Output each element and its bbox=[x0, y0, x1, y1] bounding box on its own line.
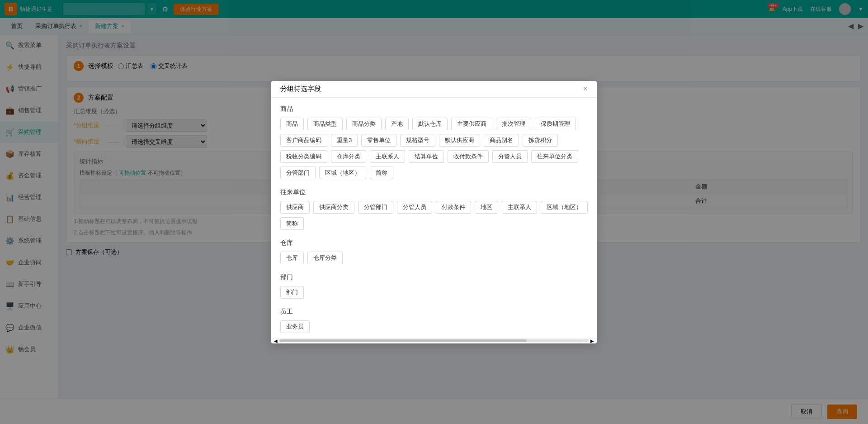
chip-payment-condition[interactable]: 付款条件 bbox=[436, 201, 471, 214]
chip-supplier[interactable]: 供应商 bbox=[280, 201, 310, 214]
chip-retail-unit[interactable]: 零售单位 bbox=[361, 134, 396, 147]
modal-overlay[interactable]: 分组待选字段 × 商品 商品 商品类型 商品分类 产地 默认仓库 主要供应商 批… bbox=[0, 0, 868, 424]
field-chips-partner: 供应商 供应商分类 分管部门 分管人员 付款条件 地区 主联系人 区域（地区） … bbox=[280, 201, 588, 230]
scroll-right-arrow[interactable]: ▶ bbox=[589, 338, 596, 343]
scroll-track bbox=[279, 339, 589, 342]
chip-pick-points[interactable]: 拣货积分 bbox=[523, 134, 558, 147]
field-group-partner: 往来单位 供应商 供应商分类 分管部门 分管人员 付款条件 地区 主联系人 区域… bbox=[280, 188, 588, 230]
chip-area[interactable]: 地区 bbox=[475, 201, 498, 214]
chip-warehouse-category[interactable]: 仓库分类 bbox=[331, 150, 366, 163]
modal-body: 商品 商品 商品类型 商品分类 产地 默认仓库 主要供应商 批次管理 保质期管理… bbox=[271, 98, 597, 338]
chip-region-partner[interactable]: 区域（地区） bbox=[541, 201, 588, 214]
field-group-employee: 员工 业务员 bbox=[280, 308, 588, 333]
field-group-employee-title: 员工 bbox=[280, 308, 588, 316]
chip-warehouse[interactable]: 仓库 bbox=[280, 252, 304, 264]
chip-tax-code[interactable]: 税收分类编码 bbox=[280, 150, 327, 163]
chip-partner-category[interactable]: 往来单位分类 bbox=[531, 150, 578, 163]
chip-warehouse-cat[interactable]: 仓库分类 bbox=[307, 252, 343, 264]
field-group-product-title: 商品 bbox=[280, 105, 588, 113]
chip-expiry-mgmt[interactable]: 保质期管理 bbox=[535, 118, 576, 130]
chip-dept-in-charge[interactable]: 分管部门 bbox=[280, 167, 316, 179]
chip-responsible-person[interactable]: 分管人员 bbox=[492, 150, 528, 163]
chip-spec-model[interactable]: 规格型号 bbox=[400, 134, 435, 147]
chip-batch-mgmt[interactable]: 批次管理 bbox=[496, 118, 531, 130]
modal-title: 分组待选字段 bbox=[280, 85, 321, 93]
chip-customer-product-code[interactable]: 客户商品编码 bbox=[280, 134, 327, 147]
field-group-product: 商品 商品 商品类型 商品分类 产地 默认仓库 主要供应商 批次管理 保质期管理… bbox=[280, 105, 588, 179]
chip-person-partner[interactable]: 分管人员 bbox=[397, 201, 432, 214]
field-group-warehouse-title: 仓库 bbox=[280, 239, 588, 247]
chip-salesperson[interactable]: 业务员 bbox=[280, 320, 310, 333]
chip-product-type[interactable]: 商品类型 bbox=[307, 118, 343, 130]
modal-scrollbar[interactable]: ◀ ▶ bbox=[271, 338, 597, 343]
chip-origin[interactable]: 产地 bbox=[385, 118, 409, 130]
chip-main-supplier[interactable]: 主要供应商 bbox=[451, 118, 492, 130]
field-group-dept: 部门 部门 bbox=[280, 273, 588, 299]
field-group-warehouse: 仓库 仓库 仓库分类 bbox=[280, 239, 588, 264]
chip-dept-partner[interactable]: 分管部门 bbox=[358, 201, 393, 214]
chip-payment-terms[interactable]: 收付款条件 bbox=[448, 150, 489, 163]
field-group-dept-title: 部门 bbox=[280, 273, 588, 281]
modal-close-button[interactable]: × bbox=[583, 84, 588, 94]
scroll-thumb bbox=[279, 339, 527, 342]
chip-supplier-category[interactable]: 供应商分类 bbox=[313, 201, 354, 214]
chip-region-product[interactable]: 区域（地区） bbox=[319, 167, 366, 179]
chip-short-name-product[interactable]: 简称 bbox=[370, 167, 393, 179]
modal-header: 分组待选字段 × bbox=[271, 81, 597, 98]
chip-short-name-partner[interactable]: 简称 bbox=[280, 217, 304, 230]
chip-weight3[interactable]: 重量3 bbox=[331, 134, 358, 147]
chip-product[interactable]: 商品 bbox=[280, 118, 304, 130]
scroll-left-arrow[interactable]: ◀ bbox=[272, 338, 279, 343]
chip-main-contact-partner[interactable]: 主联系人 bbox=[502, 201, 537, 214]
field-chips-dept: 部门 bbox=[280, 286, 588, 299]
chip-dept[interactable]: 部门 bbox=[280, 286, 304, 299]
chip-product-category[interactable]: 商品分类 bbox=[346, 118, 382, 130]
chip-settlement-unit[interactable]: 结算单位 bbox=[409, 150, 444, 163]
chip-main-contact[interactable]: 主联系人 bbox=[370, 150, 405, 163]
chip-product-alias[interactable]: 商品别名 bbox=[484, 134, 519, 147]
chip-default-warehouse[interactable]: 默认仓库 bbox=[412, 118, 448, 130]
field-chips-employee: 业务员 bbox=[280, 320, 588, 333]
chip-default-supplier[interactable]: 默认供应商 bbox=[439, 134, 480, 147]
field-group-partner-title: 往来单位 bbox=[280, 188, 588, 196]
field-chips-warehouse: 仓库 仓库分类 bbox=[280, 252, 588, 264]
modal-dialog: 分组待选字段 × 商品 商品 商品类型 商品分类 产地 默认仓库 主要供应商 批… bbox=[271, 81, 597, 343]
field-chips-product: 商品 商品类型 商品分类 产地 默认仓库 主要供应商 批次管理 保质期管理 客户… bbox=[280, 118, 588, 179]
